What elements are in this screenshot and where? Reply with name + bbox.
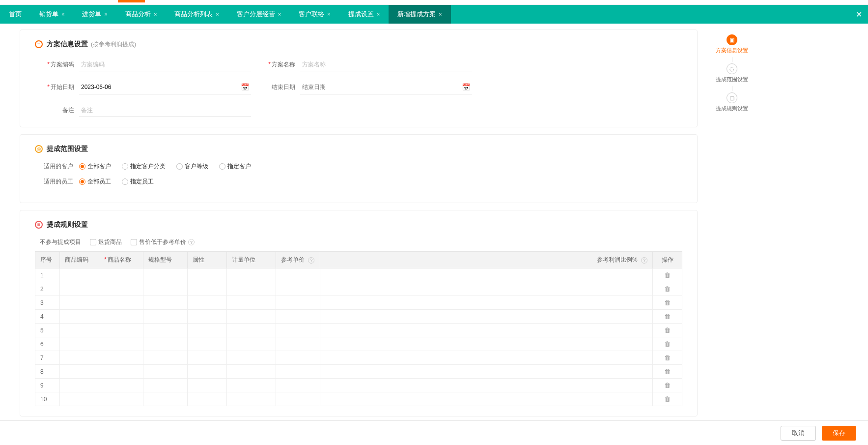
cell[interactable] (320, 282, 653, 296)
cell[interactable] (60, 268, 99, 282)
cell[interactable] (60, 392, 99, 406)
cell[interactable] (276, 379, 320, 392)
tab-销货单[interactable]: 销货单× (30, 5, 73, 24)
cell[interactable] (320, 268, 653, 282)
cell[interactable] (188, 296, 227, 310)
cell[interactable] (188, 282, 227, 296)
cell[interactable] (320, 379, 653, 392)
close-icon[interactable]: × (327, 11, 330, 17)
cell[interactable] (227, 351, 276, 365)
cell[interactable] (60, 310, 99, 324)
close-icon[interactable]: × (154, 11, 157, 17)
calendar-icon[interactable]: 📅 (460, 83, 472, 91)
cell[interactable] (276, 324, 320, 337)
cell[interactable] (188, 268, 227, 282)
cell[interactable] (320, 365, 653, 379)
cell[interactable] (320, 337, 653, 351)
cell[interactable] (143, 268, 188, 282)
checkbox-return-goods[interactable]: 退货商品 (90, 238, 122, 246)
employee-option[interactable]: 全部员工 (79, 178, 111, 186)
cell[interactable] (143, 337, 188, 351)
cell[interactable] (188, 351, 227, 365)
cell[interactable] (99, 282, 143, 296)
cell[interactable] (276, 392, 320, 406)
cell[interactable] (276, 351, 320, 365)
delete-icon[interactable]: 🗑 (664, 299, 671, 306)
cell[interactable] (276, 365, 320, 379)
cell[interactable] (276, 268, 320, 282)
cell[interactable] (99, 337, 143, 351)
cell[interactable] (227, 268, 276, 282)
cell[interactable] (143, 324, 188, 337)
cell[interactable] (320, 324, 653, 337)
cell[interactable] (227, 324, 276, 337)
input-plan-name[interactable] (300, 58, 472, 71)
delete-icon[interactable]: 🗑 (664, 313, 671, 320)
customer-option[interactable]: 客户等级 (176, 162, 208, 171)
cell[interactable] (99, 392, 143, 406)
help-icon[interactable]: ? (308, 257, 314, 264)
cell[interactable] (320, 351, 653, 365)
customer-option[interactable]: 指定客户 (219, 162, 251, 171)
help-icon[interactable]: ? (188, 239, 195, 245)
cell[interactable] (227, 282, 276, 296)
cell[interactable] (60, 351, 99, 365)
cell[interactable] (143, 392, 188, 406)
cell[interactable] (60, 379, 99, 392)
tab-首页[interactable]: 首页 (0, 5, 30, 24)
delete-icon[interactable]: 🗑 (664, 271, 671, 279)
cell[interactable] (320, 310, 653, 324)
cell[interactable] (227, 365, 276, 379)
close-icon[interactable]: × (61, 11, 64, 17)
close-icon[interactable]: × (216, 11, 219, 17)
cell[interactable] (143, 282, 188, 296)
close-icon[interactable]: × (104, 11, 107, 17)
delete-icon[interactable]: 🗑 (664, 382, 671, 389)
table-row[interactable]: 7🗑 (35, 351, 682, 365)
cell[interactable] (188, 310, 227, 324)
delete-icon[interactable]: 🗑 (664, 395, 671, 403)
cell[interactable] (99, 296, 143, 310)
anchor-item[interactable]: ◌提成范围设置 (712, 63, 752, 83)
tab-新增提成方案[interactable]: 新增提成方案× (389, 5, 450, 24)
tab-客户联络[interactable]: 客户联络× (290, 5, 339, 24)
cell[interactable] (143, 365, 188, 379)
input-plan-code[interactable] (79, 58, 251, 71)
cell[interactable] (276, 282, 320, 296)
cell[interactable] (188, 337, 227, 351)
save-button[interactable]: 保存 (822, 426, 856, 441)
customer-option[interactable]: 指定客户分类 (122, 162, 166, 171)
cell[interactable] (227, 337, 276, 351)
cell[interactable] (320, 296, 653, 310)
close-icon[interactable]: × (439, 11, 442, 17)
help-icon[interactable]: ? (641, 257, 647, 264)
cell[interactable] (143, 351, 188, 365)
cell[interactable] (188, 379, 227, 392)
cell[interactable] (99, 310, 143, 324)
cell[interactable] (276, 310, 320, 324)
tab-提成设置[interactable]: 提成设置× (339, 5, 389, 24)
employee-option[interactable]: 指定员工 (122, 178, 154, 186)
input-remark[interactable] (79, 103, 251, 117)
cell[interactable] (60, 365, 99, 379)
cell[interactable] (227, 379, 276, 392)
cell[interactable] (99, 351, 143, 365)
input-end-date[interactable] (300, 80, 460, 94)
tab-进货单[interactable]: 进货单× (73, 5, 116, 24)
cell[interactable] (188, 365, 227, 379)
cell[interactable] (99, 324, 143, 337)
table-row[interactable]: 8🗑 (35, 365, 682, 379)
cell[interactable] (143, 310, 188, 324)
delete-icon[interactable]: 🗑 (664, 285, 671, 293)
close-all-tabs-icon[interactable]: ✕ (849, 5, 868, 24)
table-row[interactable]: 2🗑 (35, 282, 682, 296)
checkbox-below-price[interactable]: 售价低于参考单价 ? (131, 238, 195, 246)
cell[interactable] (276, 296, 320, 310)
cell[interactable] (227, 296, 276, 310)
table-row[interactable]: 6🗑 (35, 337, 682, 351)
cell[interactable] (320, 392, 653, 406)
cell[interactable] (188, 324, 227, 337)
cell[interactable] (276, 337, 320, 351)
cell[interactable] (60, 324, 99, 337)
cell[interactable] (188, 392, 227, 406)
